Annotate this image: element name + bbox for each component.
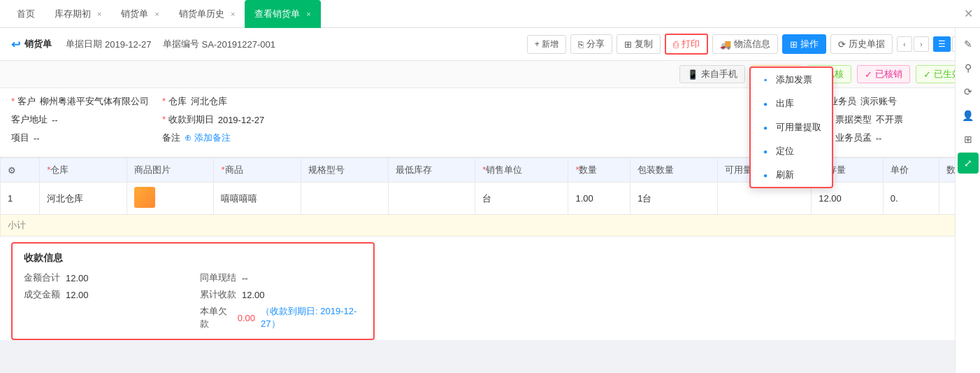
salesperson-value: -- bbox=[876, 133, 882, 143]
tab-history-label: 销货单历史 bbox=[179, 8, 224, 20]
subtotal-label: 小计 bbox=[1, 215, 980, 237]
customer-label: 客户 bbox=[11, 95, 36, 108]
transaction-label: 成交金额 bbox=[24, 288, 60, 301]
cell-warehouse: 河北仓库 bbox=[40, 183, 127, 215]
total-amount-value: 12.00 bbox=[66, 273, 89, 283]
owed-label: 本单欠款 bbox=[200, 305, 232, 330]
cell-min-stock bbox=[388, 183, 475, 215]
cell-row-num: 1 bbox=[1, 183, 40, 215]
list-view-button[interactable]: ☰ bbox=[933, 36, 951, 52]
remark-field: 备注 ⊕ 添加备注 bbox=[162, 132, 818, 144]
cumulative-item: 累计收款 12.00 bbox=[200, 288, 362, 301]
tab-home[interactable]: 首页 bbox=[7, 0, 45, 28]
tab-sales-order[interactable]: 销货单 × bbox=[111, 0, 168, 28]
sidebar-link-icon[interactable]: ⚲ bbox=[958, 57, 979, 78]
prev-button[interactable]: ‹ bbox=[897, 36, 912, 52]
salesperson-label: 业务员孟 bbox=[829, 132, 872, 144]
col-min-stock: 最低库存 bbox=[388, 158, 475, 183]
project-field: 项目 -- bbox=[11, 132, 151, 144]
tab-view-sales[interactable]: 查看销货单 × bbox=[245, 0, 320, 28]
doc-actions: + 新增 ⎘ 分享 ⊞ 复制 ⎙ 打印 🚚 物流信息 ⊞ 操作 ⟳ bbox=[527, 34, 969, 55]
circle-icon-2: ● bbox=[761, 122, 770, 132]
cumulative-value: 12.00 bbox=[242, 290, 265, 300]
staff-field: 业务员 演示账号 bbox=[829, 95, 969, 108]
warehouse-field: 仓库 河北仓库 bbox=[162, 95, 818, 108]
history-button[interactable]: ⟳ 历史单据 bbox=[830, 34, 893, 54]
col-settings[interactable]: ⚙ bbox=[1, 158, 40, 183]
square-icon: ▪ bbox=[761, 75, 770, 85]
tab-sales-label: 销货单 bbox=[121, 8, 148, 20]
staff-value: 演示账号 bbox=[860, 95, 897, 108]
sidebar-expand-icon[interactable]: ⤢ bbox=[958, 153, 979, 174]
share-button[interactable]: ⎘ 分享 bbox=[570, 34, 612, 54]
tab-view-label: 查看销货单 bbox=[254, 8, 300, 20]
tab-inventory-init[interactable]: 库存期初 × bbox=[45, 0, 111, 28]
circle-icon-1: ● bbox=[761, 99, 770, 108]
sidebar-user-icon[interactable]: 👤 bbox=[958, 105, 979, 126]
tab-inventory-close[interactable]: × bbox=[97, 10, 101, 18]
circle-icon-3: ● bbox=[761, 146, 770, 156]
print-button[interactable]: ⎙ 打印 bbox=[665, 34, 708, 55]
logistics-button[interactable]: 🚚 物流信息 bbox=[712, 34, 778, 54]
tab-bar: 首页 库存期初 × 销货单 × 销货单历史 × 查看销货单 × ✕ bbox=[0, 0, 980, 28]
due-date-field: 收款到期日 2019-12-27 bbox=[162, 113, 818, 126]
refresh-label: 刷新 bbox=[776, 169, 794, 181]
cell-qty: 1.00 bbox=[568, 183, 630, 215]
subtotal-row: 小计 bbox=[1, 215, 980, 237]
next-button[interactable]: › bbox=[914, 36, 929, 52]
col-unit: *销售单位 bbox=[475, 158, 568, 183]
payment-title: 收款信息 bbox=[24, 252, 362, 265]
warehouse-label: 仓库 bbox=[162, 95, 187, 108]
settings-icon: ⚙ bbox=[8, 165, 16, 176]
settlement-label: 同单现结 bbox=[200, 272, 236, 284]
cell-unit: 台 bbox=[475, 183, 568, 215]
doc-number-label: 单据编号 SA-20191227-001 bbox=[163, 38, 276, 50]
tab-history-close[interactable]: × bbox=[231, 10, 235, 18]
col-qty: *数量 bbox=[568, 158, 630, 183]
sidebar-edit-icon[interactable]: ✎ bbox=[958, 34, 979, 55]
bill-type-field: 票据类型 不开票 bbox=[829, 113, 969, 126]
copy-icon: ⊞ bbox=[624, 39, 632, 50]
project-label: 项目 bbox=[11, 132, 29, 144]
col-pkg-qty: 包装数量 bbox=[630, 158, 718, 183]
window-close-button[interactable]: ✕ bbox=[964, 7, 973, 20]
sold-button[interactable]: ✓ 已核销 bbox=[857, 65, 910, 83]
locate-label: 定位 bbox=[776, 145, 794, 157]
payment-section: 收款信息 金额合计 12.00 同单现结 -- 成交金额 12.00 累计收款 … bbox=[11, 242, 375, 340]
cell-spec bbox=[301, 183, 389, 215]
logistics-icon: 🚚 bbox=[720, 39, 731, 50]
outbound-item[interactable]: ● 出库 bbox=[751, 92, 832, 115]
sold-icon: ✓ bbox=[865, 69, 872, 80]
add-remark-button[interactable]: ⊕ 添加备注 bbox=[185, 132, 231, 144]
transaction-item: 成交金额 12.00 bbox=[24, 288, 186, 301]
right-sidebar: ✎ ⚲ ⟳ 👤 ⊞ ⤢ bbox=[955, 28, 980, 346]
cell-product-img bbox=[127, 183, 214, 215]
settlement-value: -- bbox=[242, 273, 248, 283]
outbound-label: 出库 bbox=[776, 97, 794, 110]
address-label: 客户地址 bbox=[11, 113, 48, 126]
sidebar-history-icon[interactable]: ⟳ bbox=[958, 81, 979, 102]
refresh-item[interactable]: ● 刷新 bbox=[751, 163, 832, 187]
sidebar-grid-icon[interactable]: ⊞ bbox=[958, 129, 979, 150]
grid-icon: ⊞ bbox=[790, 39, 798, 50]
locate-item[interactable]: ● 定位 bbox=[751, 139, 832, 163]
total-amount-item: 金额合计 12.00 bbox=[24, 272, 186, 284]
available-qty-item[interactable]: ● 可用量提取 bbox=[751, 115, 832, 139]
doc-type-icon: ↩ bbox=[11, 38, 20, 51]
add-invoice-item[interactable]: ▪ 添加发票 bbox=[751, 68, 832, 92]
remark-label: 备注 bbox=[162, 132, 180, 144]
tab-sales-close[interactable]: × bbox=[154, 10, 159, 18]
from-phone-button[interactable]: 📱 来自手机 bbox=[679, 65, 745, 83]
customer-value: 柳州粤港平安气体有限公司 bbox=[40, 95, 149, 108]
nav-arrows: ‹ › bbox=[897, 36, 929, 52]
doc-meta: 单据日期 2019-12-27 单据编号 SA-20191227-001 bbox=[66, 38, 527, 50]
customer-field: 客户 柳州粤港平安气体有限公司 bbox=[11, 95, 151, 108]
plus-icon: ⊕ bbox=[185, 132, 192, 143]
new-button[interactable]: + 新增 bbox=[527, 35, 566, 54]
share-icon: ⎘ bbox=[578, 39, 584, 50]
copy-button[interactable]: ⊞ 复制 bbox=[617, 34, 661, 54]
tab-view-close[interactable]: × bbox=[306, 10, 310, 18]
available-qty-label: 可用量提取 bbox=[776, 121, 821, 134]
operate-button[interactable]: ⊞ 操作 bbox=[782, 34, 826, 54]
tab-sales-history[interactable]: 销货单历史 × bbox=[169, 0, 245, 28]
